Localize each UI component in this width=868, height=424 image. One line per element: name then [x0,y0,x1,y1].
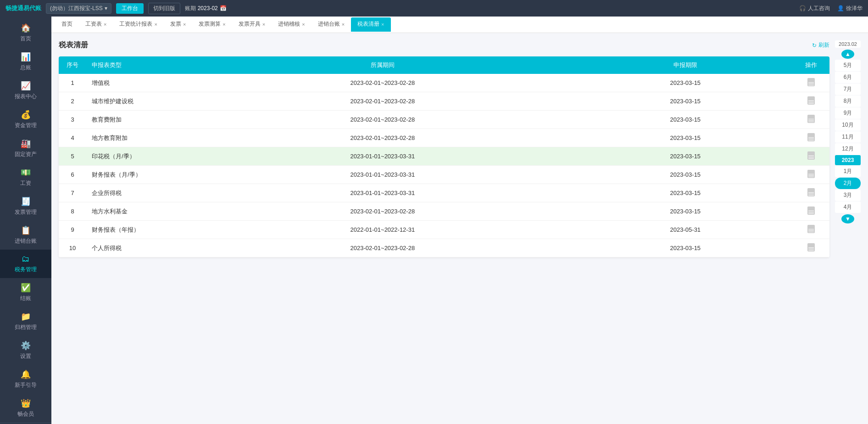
sidebar-item-ledger-label: 总账 [20,64,31,72]
assets-icon: 🏭 [21,139,31,149]
calendar-icon[interactable]: 📅 [220,5,227,11]
cell-deadline: 2023-03-15 [578,184,793,202]
tab-purchase-ledger-close[interactable]: × [342,22,345,27]
refresh-button[interactable]: ↻ 刷新 [812,41,829,49]
doc-action-icon[interactable] [807,243,815,251]
sidebar-item-assets[interactable]: 🏭 固定资产 [0,134,51,163]
doc-action-icon[interactable] [807,151,815,160]
calendar-month-12[interactable]: 12月 [835,143,861,155]
cell-no: 6 [59,166,86,184]
sidebar-item-purchase[interactable]: 📋 进销台账 [0,221,51,250]
tab-invoice-check-close[interactable]: × [223,22,225,27]
col-header-deadline: 申报期限 [578,56,793,74]
doc-action-icon[interactable] [807,225,815,233]
tab-purchase-check[interactable]: 进销稽核 × [272,17,311,32]
tab-salary[interactable]: 工资表 × [79,17,113,32]
calendar-month-3[interactable]: 3月 [835,190,861,201]
doc-action-icon[interactable] [807,170,815,178]
sidebar-item-close-label: 结账 [20,295,31,302]
sidebar-item-capital[interactable]: 💰 资金管理 [0,105,51,134]
tab-salary-report[interactable]: 工资统计报表 × [113,17,163,32]
cell-no: 10 [59,239,86,257]
cell-period: 2023-01-01~2023-03-31 [187,166,578,184]
doc-action-icon[interactable] [807,115,815,123]
tab-invoice-check[interactable]: 发票测算 × [192,17,232,32]
content-area: 首页 工资表 × 工资统计报表 × 发票 × 发票测算 × 发票开具 × [51,17,868,424]
close-ledger-icon: ✅ [21,283,31,293]
sidebar-item-archive[interactable]: 📁 归档管理 [0,307,51,336]
doc-action-icon[interactable] [807,96,815,105]
company-selector[interactable]: (勿动）江西报宝-LSS ▾ [46,3,111,14]
table-row: 7 企业所得税 2023-01-01~2023-03-31 2023-03-15 [59,184,829,202]
sidebar-item-ledger[interactable]: 📊 总账 [0,47,51,76]
sidebar-item-vip[interactable]: 👑 畅会员 [0,394,51,423]
cell-action [793,129,829,147]
table-row: 9 财务报表（年报） 2022-01-01~2022-12-31 2023-05… [59,221,829,239]
cell-period: 2023-02-01~2023-02-28 [187,202,578,221]
col-header-action: 操作 [793,56,829,74]
tab-invoice-open-close[interactable]: × [262,22,265,27]
doc-action-icon[interactable] [807,188,815,196]
cell-deadline: 2023-05-31 [578,221,793,239]
cell-no: 8 [59,202,86,221]
doc-action-icon[interactable] [807,133,815,141]
col-header-type: 申报表类型 [86,56,187,74]
calendar-month-11[interactable]: 11月 [835,131,861,143]
cell-action [793,221,829,239]
company-name: (勿动）江西报宝-LSS [50,5,103,12]
sidebar-item-invoice[interactable]: 🧾 发票管理 [0,192,51,221]
doc-action-icon[interactable] [807,78,815,86]
calendar-up-button[interactable]: ▲ [841,50,854,59]
calendar-month-1[interactable]: 1月 [835,166,861,177]
cell-action [793,147,829,166]
sidebar-item-report-label: 报表中心 [15,93,37,100]
tab-salary-close[interactable]: × [104,22,106,27]
sidebar-item-guide[interactable]: 🔔 新手引导 [0,365,51,394]
tab-tax-list-close[interactable]: × [381,22,384,27]
cell-no: 3 [59,111,86,129]
col-header-no: 序号 [59,56,86,74]
tab-tax-list[interactable]: 税表清册 × [351,17,390,32]
tab-home[interactable]: 首页 [55,17,79,32]
sidebar-item-report[interactable]: 📈 报表中心 [0,76,51,105]
calendar-month-8[interactable]: 8月 [835,95,861,107]
calendar-year-2023[interactable]: 2023 [835,155,861,165]
tab-purchase-check-close[interactable]: × [302,22,305,27]
tab-invoice-open[interactable]: 发票开具 × [232,17,272,32]
ledger-icon: 📊 [21,52,31,62]
user-profile-btn[interactable]: 👤 徐泽华 [837,5,862,12]
sidebar-item-settings[interactable]: ⚙️ 设置 [0,336,51,365]
calendar-month-4[interactable]: 4月 [835,201,861,213]
sidebar: 🏠 首页 📊 总账 📈 报表中心 💰 资金管理 🏭 固定资产 💵 工资 🧾 发票… [0,17,51,424]
calendar-month-2[interactable]: 2月 [835,178,861,189]
tab-salary-report-close[interactable]: × [154,22,157,27]
sidebar-item-salary[interactable]: 💵 工资 [0,163,51,192]
workspace-button[interactable]: 工作台 [116,3,144,14]
calendar-month-7[interactable]: 7月 [835,84,861,95]
calendar-month-5[interactable]: 5月 [835,60,861,71]
old-version-button[interactable]: 切到旧版 [148,3,180,14]
table-row: 2 城市维护建设税 2023-02-01~2023-02-28 2023-03-… [59,92,829,111]
sidebar-item-guide-label: 新手引导 [15,381,37,389]
page-title: 税表清册 [59,40,88,50]
tab-purchase-ledger[interactable]: 进销台账 × [312,17,351,32]
tab-invoice[interactable]: 发票 × [164,17,192,32]
calendar-month-6[interactable]: 6月 [835,72,861,83]
sidebar-item-archive-label: 归档管理 [15,324,37,331]
col-header-period: 所属期间 [187,56,578,74]
sidebar-item-close[interactable]: ✅ 结账 [0,278,51,307]
cell-action [793,239,829,257]
calendar-month-9[interactable]: 9月 [835,107,861,119]
cell-no: 1 [59,74,86,92]
sidebar-item-purchase-label: 进销台账 [15,237,37,245]
tab-bar: 首页 工资表 × 工资统计报表 × 发票 × 发票测算 × 发票开具 × [51,17,868,33]
sidebar-item-home[interactable]: 🏠 首页 [0,18,51,47]
sidebar-item-tax[interactable]: 🗂 税务管理 [0,250,51,278]
doc-action-icon[interactable] [807,206,815,215]
tab-invoice-close[interactable]: × [183,22,186,27]
human-service-btn[interactable]: 🎧 人工咨询 [799,5,830,12]
cell-period: 2023-02-01~2023-02-28 [187,111,578,129]
calendar-month-10[interactable]: 10月 [835,119,861,131]
calendar-down-button[interactable]: ▼ [841,214,854,223]
table-row: 1 增值税 2023-02-01~2023-02-28 2023-03-15 [59,74,829,92]
